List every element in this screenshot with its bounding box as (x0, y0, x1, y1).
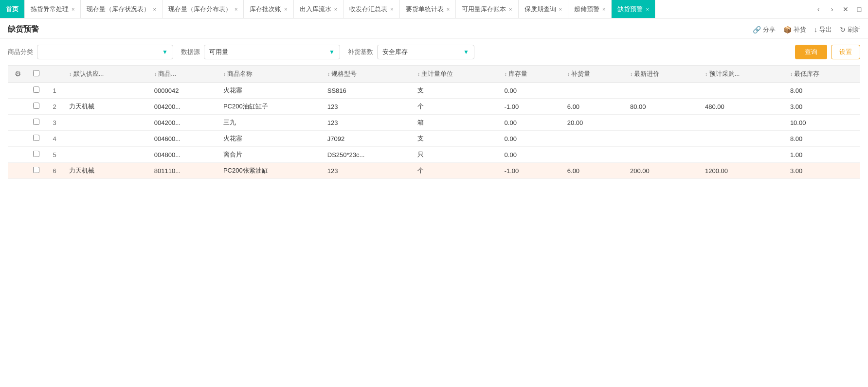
refresh-button[interactable]: ↻ 刷新 (840, 25, 860, 34)
nav-tab-close-expiry-query[interactable]: × (559, 6, 562, 12)
row-latest-price-0 (625, 83, 700, 99)
row-settings-1 (8, 99, 27, 115)
replenish-select[interactable]: 安全库存 ▼ (377, 45, 474, 59)
nav-tab-close-receipt-summary[interactable]: × (390, 6, 393, 12)
replenish-select-arrow-icon: ▼ (463, 49, 469, 55)
nav-tab-inventory-dist[interactable]: 现存量（库存分布表）× (163, 0, 244, 18)
nav-tab-close-inventory-status[interactable]: × (153, 6, 156, 12)
category-select-arrow-icon: ▼ (162, 49, 168, 55)
row-checkbox-1[interactable] (33, 103, 39, 109)
row-unit-3: 支 (413, 131, 500, 147)
row-checkbox-5[interactable] (33, 167, 39, 173)
row-supplier-5: 力天机械 (64, 163, 149, 179)
nav-tab-abnormal[interactable]: 拣货异常处理× (25, 0, 81, 18)
nav-next-button[interactable]: › (825, 2, 839, 16)
category-label: 商品分类 (8, 48, 33, 56)
col-replenish-sort-icon: ↕ (567, 71, 570, 77)
col-min-stock-sort-icon: ↕ (790, 71, 793, 77)
col-latest-price[interactable]: ↕ 最新进价 (625, 66, 700, 83)
row-unit-2: 箱 (413, 115, 500, 131)
nav-tab-available-ledger[interactable]: 可用量库存账本× (456, 0, 518, 18)
export-button[interactable]: ↓ 导出 (814, 25, 832, 34)
nav-tab-shortage[interactable]: 缺货预警× (612, 0, 655, 18)
gear-icon[interactable]: ⚙ (15, 70, 21, 78)
row-stock-1: -1.00 (500, 99, 562, 115)
row-settings-2 (8, 115, 27, 131)
nav-tab-close-abnormal[interactable]: × (72, 6, 74, 12)
nav-tab-close-inout-flow[interactable]: × (334, 6, 337, 12)
row-checkbox-2[interactable] (33, 119, 39, 125)
col-spec[interactable]: ↕ 规格型号 (323, 66, 413, 83)
query-button[interactable]: 查询 (795, 45, 827, 59)
nav-tab-inout-flow[interactable]: 出入库流水× (294, 0, 344, 18)
nav-tab-close-overstock[interactable]: × (602, 6, 605, 12)
datasource-filter-group: 数据源 可用量 ▼ (181, 45, 340, 59)
row-spec-5: 123 (323, 163, 413, 179)
row-supplier-3 (64, 131, 149, 147)
col-supplier[interactable]: ↕ 默认供应... (64, 66, 149, 83)
row-goods-id-0: 0000042 (149, 83, 218, 99)
supplement-icon: 📦 (783, 26, 792, 34)
row-goods-name-5: PC200张紧油缸 (218, 163, 323, 179)
col-min-stock[interactable]: ↕ 最低库存 (785, 66, 860, 83)
row-replenish-1: 6.00 (562, 99, 625, 115)
filter-right-actions: 查询 设置 (795, 45, 860, 59)
row-latest-price-4 (625, 147, 700, 163)
row-num-2: 3 (45, 115, 64, 131)
row-num-0: 1 (45, 83, 64, 99)
nav-tab-close-batch-account[interactable]: × (284, 6, 287, 12)
row-checkbox-3[interactable] (33, 135, 39, 141)
row-supplier-2 (64, 115, 149, 131)
nav-tab-home[interactable]: 首页 (0, 0, 25, 18)
nav-restore-button[interactable]: □ (852, 2, 866, 16)
col-replenish[interactable]: ↕ 补货量 (562, 66, 625, 83)
nav-tab-close-inventory-dist[interactable]: × (235, 6, 237, 12)
row-goods-id-5: 801110... (149, 163, 218, 179)
row-est-purchase-4 (700, 147, 785, 163)
col-num (45, 66, 64, 83)
row-spec-4: DS250*23c... (323, 147, 413, 163)
col-goods-name-sort-icon: ↕ (223, 71, 226, 77)
row-min-stock-4: 1.00 (785, 147, 860, 163)
nav-tab-close-shortage[interactable]: × (646, 6, 649, 12)
category-filter-group: 商品分类 ▼ (8, 45, 173, 59)
col-unit[interactable]: ↕ 主计量单位 (413, 66, 500, 83)
nav-tab-inventory-status[interactable]: 现存量（库存状况表）× (81, 0, 162, 18)
table-row: 2 力天机械 004200... PC200油缸缸子 123 个 -1.00 6… (8, 99, 860, 115)
nav-close-button[interactable]: ✕ (839, 2, 852, 16)
col-goods-id-sort-icon: ↕ (154, 71, 157, 77)
nav-tab-overstock[interactable]: 超储预警× (568, 0, 612, 18)
data-table: ⚙ ↕ 默认供应... ↕ 商 (8, 65, 860, 179)
col-est-purchase[interactable]: ↕ 预计采购... (700, 66, 785, 83)
row-settings-4 (8, 147, 27, 163)
datasource-select[interactable]: 可用量 ▼ (204, 45, 340, 59)
row-est-purchase-2 (700, 115, 785, 131)
row-min-stock-2: 10.00 (785, 115, 860, 131)
row-goods-name-0: 火花塞 (218, 83, 323, 99)
table-row: 1 0000042 火花塞 SS816 支 0.00 8.00 (8, 83, 860, 99)
page-header: 缺货预警 🔗 分享 📦 补货 ↓ 导出 ↻ 刷新 (0, 18, 868, 39)
share-button[interactable]: 🔗 分享 (753, 25, 776, 34)
share-icon: 🔗 (753, 26, 761, 34)
settings-button[interactable]: 设置 (831, 45, 860, 59)
category-select[interactable]: ▼ (37, 45, 173, 59)
supplement-button[interactable]: 📦 补货 (783, 25, 806, 34)
nav-tab-expiry-query[interactable]: 保质期查询× (519, 0, 568, 18)
table-container: ⚙ ↕ 默认供应... ↕ 商 (0, 65, 868, 187)
row-stock-3: 0.00 (500, 131, 562, 147)
row-checkbox-0[interactable] (33, 87, 39, 93)
col-goods-name[interactable]: ↕ 商品名称 (218, 66, 323, 83)
row-spec-1: 123 (323, 99, 413, 115)
row-est-purchase-1: 480.00 (700, 99, 785, 115)
select-all-checkbox[interactable] (33, 70, 39, 76)
col-stock[interactable]: ↕ 库存量 (500, 66, 562, 83)
nav-tab-close-requisition[interactable]: × (447, 6, 450, 12)
nav-tab-requisition[interactable]: 要货单统计表× (400, 0, 456, 18)
row-cb-2 (27, 115, 45, 131)
nav-prev-button[interactable]: ‹ (812, 2, 825, 16)
nav-tab-close-available-ledger[interactable]: × (509, 6, 512, 12)
nav-tab-receipt-summary[interactable]: 收发存汇总表× (344, 0, 399, 18)
row-checkbox-4[interactable] (33, 151, 39, 157)
nav-tab-batch-account[interactable]: 库存批次账× (244, 0, 293, 18)
col-goods-id[interactable]: ↕ 商品... (149, 66, 218, 83)
